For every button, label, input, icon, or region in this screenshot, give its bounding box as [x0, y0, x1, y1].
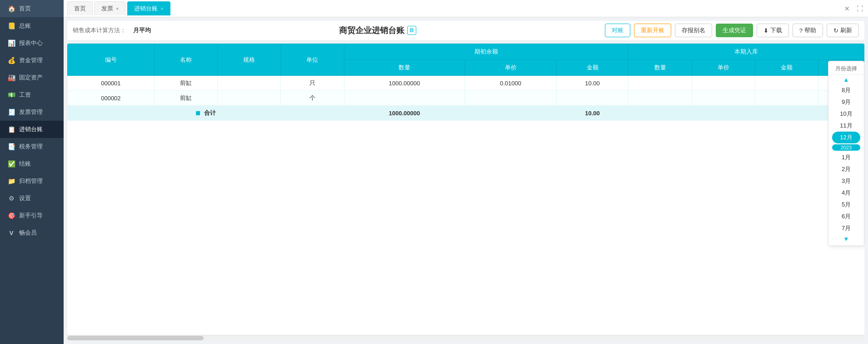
archive-icon: 📁	[7, 177, 15, 185]
table-row: 000002 前缸 个	[68, 91, 864, 106]
cell-unit-2: 个	[281, 91, 344, 106]
cell-name-2: 前缸	[154, 91, 217, 106]
month-item-7[interactable]: 7月	[828, 222, 864, 234]
month-scroll-down[interactable]: ▼	[828, 234, 864, 244]
sidebar-item-inventory[interactable]: 📋 进销台账	[0, 121, 64, 138]
col-opening-qty: 数量	[344, 60, 465, 76]
sidebar-label-ledger: 总账	[19, 22, 31, 30]
tab-inventory[interactable]: 进销台账 ×	[127, 1, 170, 15]
tab-invoice[interactable]: 发票 ×	[95, 1, 125, 15]
closing-icon: ✅	[7, 160, 15, 168]
download-label: 下载	[770, 26, 782, 34]
download-button[interactable]: ⬇ 下载	[757, 24, 789, 37]
horizontal-scrollbar[interactable]	[67, 335, 864, 340]
col-opening-group: 期初余额	[344, 44, 629, 60]
tab-inventory-close[interactable]: ×	[160, 6, 163, 11]
total-label-cell: ◼ 合计	[68, 106, 344, 121]
month-item-12[interactable]: 12月	[832, 132, 860, 143]
cell-opening-amount-1: 10.00	[556, 76, 629, 91]
col-spec: 规格	[218, 44, 281, 76]
cell-opening-price-1: 0.01000	[465, 76, 556, 91]
scrollbar-thumb[interactable]	[67, 336, 204, 340]
month-scroll-up[interactable]: ▲	[828, 75, 864, 84]
help-button[interactable]: ? 帮助	[793, 24, 823, 37]
col-opening-amount: 金额	[556, 60, 629, 76]
table-row: 000001 前缸 只 1000.00000 0.01000 10.00	[68, 76, 864, 91]
sidebar-item-home[interactable]: 🏠 首页	[0, 0, 64, 17]
sidebar-label-settings: 设置	[19, 194, 31, 202]
inventory-table: 编号 名称 规格 单位 期初余额 本期入库 数量 单价 金额 数量	[67, 44, 864, 121]
total-icon: ◼	[195, 109, 200, 116]
month-item-8[interactable]: 8月	[828, 84, 864, 96]
tab-home[interactable]: 首页	[67, 1, 93, 15]
col-inbound-amount: 金额	[755, 60, 818, 76]
month-item-1[interactable]: 1月	[828, 152, 864, 163]
cell-number-2: 000002	[68, 91, 155, 106]
toolbar: 对账 重新开账 存报别名 生成凭证 ⬇ 下载 ? 帮助 ↻ 刷新	[605, 24, 859, 37]
sidebar-item-member[interactable]: V 畅会员	[0, 224, 64, 241]
total-row: ◼ 合计 1000.00000 10.00	[68, 106, 864, 121]
funds-icon: 💰	[7, 56, 15, 64]
sidebar-item-assets[interactable]: 🏭 固定资产	[0, 69, 64, 86]
total-inbound-price	[692, 106, 755, 121]
cost-method-value: 月平均	[133, 26, 151, 34]
month-item-4[interactable]: 4月	[828, 187, 864, 199]
sidebar-item-funds[interactable]: 💰 资金管理	[0, 52, 64, 69]
cell-name-1: 前缸	[154, 76, 217, 91]
sidebar-item-ledger[interactable]: 📒 总账	[0, 17, 64, 34]
sidebar-item-reports[interactable]: 📊 报表中心	[0, 34, 64, 52]
sidebar-label-member: 畅会员	[19, 229, 37, 237]
total-label: 合计	[204, 109, 216, 116]
month-item-10[interactable]: 10月	[828, 108, 864, 120]
year-2023-badge: 2023	[832, 144, 860, 151]
sidebar-item-salary[interactable]: 💵 工资	[0, 86, 64, 103]
sidebar-label-tax: 税务管理	[19, 143, 43, 151]
month-item-11[interactable]: 11月	[828, 120, 864, 132]
month-item-6[interactable]: 6月	[828, 211, 864, 222]
sidebar-item-invoice[interactable]: 🧾 发票管理	[0, 103, 64, 121]
member-icon: V	[7, 229, 15, 237]
table-header-row-1: 编号 名称 规格 单位 期初余额 本期入库	[68, 44, 864, 60]
reports-icon: 📊	[7, 39, 15, 47]
sidebar-label-funds: 资金管理	[19, 56, 43, 64]
reopen-button[interactable]: 重新开账	[634, 24, 671, 37]
month-item-3[interactable]: 3月	[828, 175, 864, 187]
settings-icon: ⚙	[7, 194, 15, 202]
col-opening-price: 单价	[465, 60, 556, 76]
cell-inbound-qty-2	[629, 91, 692, 106]
sidebar-label-closing: 结账	[19, 160, 31, 168]
sidebar-label-assets: 固定资产	[19, 74, 43, 82]
col-inbound-group: 本期入库	[629, 44, 864, 60]
month-panel-header: 月份选择	[828, 63, 864, 75]
month-item-9[interactable]: 9月	[828, 96, 864, 108]
cell-opening-amount-2	[556, 91, 629, 106]
month-item-5[interactable]: 5月	[828, 199, 864, 211]
cost-method-label: 销售成本计算方法：	[73, 26, 126, 34]
title-doc-icon[interactable]: 目	[407, 26, 416, 35]
total-inbound-qty	[629, 106, 692, 121]
assets-icon: 🏭	[7, 74, 15, 82]
refresh-button[interactable]: ↻ 刷新	[827, 24, 859, 37]
sidebar-item-archive[interactable]: 📁 归档管理	[0, 172, 64, 190]
sidebar-item-closing[interactable]: ✅ 结账	[0, 155, 64, 172]
refresh-label: 刷新	[840, 26, 852, 34]
month-item-2[interactable]: 2月	[828, 163, 864, 175]
sidebar-item-tax[interactable]: 📑 税务管理	[0, 138, 64, 155]
close-window-button[interactable]: ✕	[843, 4, 852, 13]
page-title-area: 商贸企业进销台账 目	[158, 25, 598, 36]
cell-inbound-price-2	[692, 91, 755, 106]
generate-button[interactable]: 生成凭证	[716, 24, 753, 37]
sidebar-item-settings[interactable]: ⚙ 设置	[0, 190, 64, 207]
sidebar-item-guide[interactable]: 🎯 新手引导	[0, 207, 64, 224]
total-opening-amount: 10.00	[556, 106, 629, 121]
cell-inbound-amount-1	[755, 76, 818, 91]
tax-icon: 📑	[7, 143, 15, 151]
help-label: 帮助	[804, 26, 816, 34]
match-button[interactable]: 对账	[605, 24, 630, 37]
save-alias-button[interactable]: 存报别名	[675, 24, 712, 37]
salary-icon: 💵	[7, 91, 15, 99]
col-unit: 单位	[281, 44, 344, 76]
cell-unit-1: 只	[281, 76, 344, 91]
expand-window-button[interactable]: ⛶	[855, 4, 864, 13]
tab-invoice-close[interactable]: ×	[116, 6, 119, 11]
